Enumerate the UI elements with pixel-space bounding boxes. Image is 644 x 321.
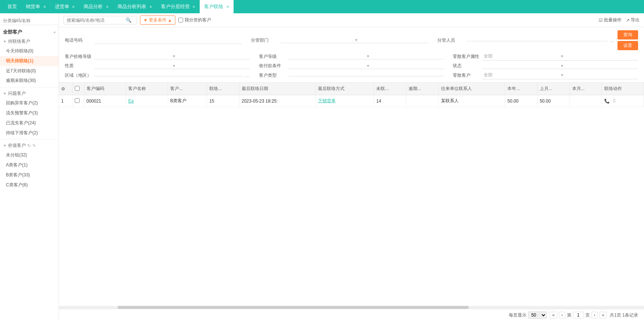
cell-last-month: 50.00 (537, 95, 570, 107)
chevron-down-icon: ▼ (366, 64, 442, 68)
total-info: 共1页 1条记录 (610, 312, 638, 318)
sidebar-item-today[interactable]: 今天待联络(0) (0, 46, 59, 56)
sidebar-item-7days[interactable]: 近7天待联络(0) (0, 66, 59, 76)
sidebar-item-b-class[interactable]: B类客户(33) (0, 170, 59, 180)
table-row: 1 000021 Ea B类客户 15 2023-05-23 18:25: 下销… (59, 95, 644, 107)
cell-name[interactable]: Ea (126, 95, 168, 107)
problem-group[interactable]: ▼ 问题客户 (0, 89, 59, 98)
chevron-down-icon: ▼ (354, 38, 427, 42)
customer-level-select[interactable]: ▼ (288, 54, 444, 59)
last-page-btn[interactable]: » (599, 312, 607, 318)
sidebar-item-churned[interactable]: 已流失客户(24) (0, 118, 59, 128)
col-checkbox[interactable] (72, 83, 84, 95)
all-customers-title[interactable]: 全部客户 « (0, 27, 59, 37)
sidebar-item-c-class[interactable]: C类客户(6) (0, 180, 59, 190)
value-group[interactable]: ▼ 价值客户 ↻ ✎ (0, 141, 59, 150)
more-icon[interactable]: ⠿ (613, 99, 616, 104)
nav-customer-contact[interactable]: 客户联络 ✕ (200, 0, 234, 13)
filter-dept: 分管部门 ▼ (251, 37, 428, 44)
filter-nature: 性质 ▼ (65, 63, 250, 69)
cell-last-date: 2023-05-23 18:25: (239, 95, 315, 107)
cell-customer-type: B类客户 (168, 95, 207, 107)
chevron-down-icon: ▼ (560, 64, 637, 68)
col-code: 客户编码 (84, 83, 126, 95)
main-layout: 🔍 全部客户 « ▼ 待联络客户 今天待联络(0) 明天待联络(1) 近7天待联… (0, 13, 644, 321)
search-input[interactable] (67, 18, 126, 23)
page-size-selector: 每页显示 50 20 100 (509, 311, 547, 319)
chevron-down-icon: ▼ (172, 54, 248, 58)
status-select[interactable]: ▼ (482, 63, 638, 69)
filter-icon: ▼ (143, 18, 148, 23)
col-action: 联络动作 (602, 83, 644, 95)
export-btn[interactable]: ↗ 导出 (626, 17, 640, 23)
scrollbar-thumb[interactable] (118, 306, 469, 309)
search-box[interactable]: 🔍 (63, 16, 137, 24)
sidebar-item-repurchase[interactable]: 回购异常客户(2) (0, 98, 59, 108)
chevron-down-icon: ▼ (172, 64, 248, 68)
cell-last-method[interactable]: 下销货单 (315, 95, 374, 107)
horizontal-scrollbar[interactable] (59, 306, 644, 309)
filter-retail-attr: 零散客户属性 全部 ▼ (453, 52, 638, 61)
customer-type-select[interactable] (288, 75, 444, 76)
person-select[interactable] (467, 39, 608, 41)
retail-customer-select[interactable]: 全部 ▼ (482, 71, 638, 79)
nav-purchase[interactable]: 进货单 ✕ (50, 0, 80, 13)
first-page-btn[interactable]: « (550, 312, 557, 318)
col-settings[interactable]: ⚙ (59, 83, 72, 95)
batch-ops-btn[interactable]: ☑ 批量操作 (599, 17, 622, 23)
sidebar-search-input[interactable] (3, 18, 58, 23)
phone-input[interactable] (94, 37, 242, 44)
query-button[interactable]: 查询 (617, 30, 638, 39)
sidebar-item-overdue[interactable]: 逾期未联络(30) (0, 76, 59, 86)
nav-product-analysis[interactable]: 商品分析 ✕ (79, 0, 113, 13)
chevron-down-icon: ▼ (560, 73, 637, 77)
col-last-date: 最后联络日期 (239, 83, 315, 95)
dots-icon[interactable]: … (609, 37, 615, 43)
sidebar-item-a-class[interactable]: A类客户(1) (0, 160, 59, 170)
cell-checkbox[interactable] (72, 95, 84, 107)
page-size-select[interactable]: 50 20 100 (528, 311, 547, 319)
filter-phone: 电话号码 (65, 37, 242, 44)
region-select[interactable] (94, 75, 244, 76)
action-icons: 📞 ⠿ (604, 99, 641, 104)
cell-uncontacted: 14 (374, 95, 406, 107)
collapse-icon[interactable]: « (53, 30, 56, 34)
sidebar-item-ungrouped[interactable]: 未分组(32) (0, 150, 59, 160)
col-unit-contact: 往来单位联系人 (438, 83, 505, 95)
col-this-month: 本月... (570, 83, 602, 95)
filter-row-2: 客户价格等级 ▼ 客户等级 ▼ 零散客户属性 (65, 52, 638, 61)
payment-select[interactable]: ▼ (288, 63, 444, 69)
nature-select[interactable]: ▼ (94, 63, 250, 69)
col-overdue: 逾期... (406, 83, 438, 95)
price-level-select[interactable]: ▼ (94, 54, 250, 59)
nav-sales[interactable]: 销货单 ✕ (21, 0, 50, 13)
dots-icon[interactable]: … (245, 72, 250, 78)
retail-attr-select[interactable]: 全部 ▼ (482, 52, 638, 61)
next-page-btn[interactable]: › (591, 312, 598, 318)
content-area: 🔍 ▼ 更多条件 ▲ 我分管的客户 ☑ 批量操作 ↗ 导出 (59, 13, 644, 321)
dept-select[interactable]: ▼ (280, 37, 428, 43)
my-customers-checkbox[interactable]: 我分管的客户 (178, 17, 211, 23)
nav-customer-tier[interactable]: 客户分层经营 ✕ (157, 0, 200, 13)
export-icon: ↗ (626, 18, 630, 23)
toolbar-right: ☑ 批量操作 ↗ 导出 (599, 17, 640, 23)
sidebar-item-tomorrow[interactable]: 明天待联络(1) (0, 56, 59, 66)
col-contacts: 联络... (207, 83, 239, 95)
col-last-month: 上月... (537, 83, 570, 95)
search-icon[interactable]: 🔍 (126, 17, 132, 23)
call-icon[interactable]: 📞 (604, 99, 610, 104)
page-input[interactable] (573, 312, 584, 318)
prev-page-btn[interactable]: ‹ (559, 312, 566, 318)
cell-code: 000021 (84, 95, 126, 107)
page-nav: « ‹ 第 页 › » (550, 312, 607, 318)
sidebar-item-declining[interactable]: 持续下滑客户(2) (0, 128, 59, 138)
set-button[interactable]: 设置 (617, 41, 638, 50)
nav-home[interactable]: 首页 (3, 0, 21, 13)
cell-unit-contact: 某联系人 (438, 95, 505, 107)
more-filter-btn[interactable]: ▼ 更多条件 ▲ (140, 15, 175, 25)
nav-product-analysis-list[interactable]: 商品分析列表 ✕ (113, 0, 157, 13)
pending-group[interactable]: ▼ 待联络客户 (0, 37, 59, 46)
filter-panel: 电话号码 分管部门 ▼ 分管人员 … (59, 27, 644, 83)
sidebar-item-churn-warning[interactable]: 流失预警客户(3) (0, 108, 59, 118)
table-area: ⚙ 客户编码 客户名称 客户... 联络... 最后联络日期 最后联络方式 未联… (59, 83, 644, 306)
